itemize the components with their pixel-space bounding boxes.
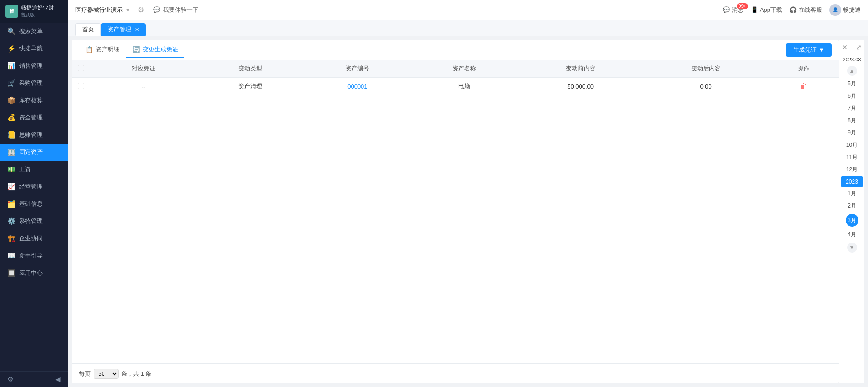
sidebar-item-fixed-assets[interactable]: 🏢 固定资产 [0,144,68,161]
building-icon: 🏢 [7,148,15,156]
tab-home[interactable]: 首页 [75,23,101,36]
message-icon: 💬 [723,6,730,13]
logo-edition: 普及版 [21,12,54,18]
sidebar-item-app-center[interactable]: 🔲 应用中心 [0,264,68,282]
sidebar-item-quick-nav[interactable]: ⚡ 快捷导航 [0,40,68,57]
logo-title: 畅捷通好业财 [21,5,54,12]
chart-icon: 📊 [7,62,15,70]
pagination: 每页 50 10 20 100 条，共 1 条 [72,363,839,383]
scroll-down-btn[interactable]: ▼ [847,243,857,253]
sidebar-item-basic-info[interactable]: 🗂️ 基础信息 [0,195,68,213]
avatar: 👤 [829,4,841,16]
delete-icon[interactable]: 🗑 [800,82,807,90]
sidebar-item-operations[interactable]: 📈 经营管理 [0,178,68,195]
month-12[interactable]: 12月 [839,164,864,176]
select-all-checkbox[interactable] [78,65,84,71]
month-4[interactable]: 4月 [839,228,864,241]
generate-voucher-button[interactable]: 生成凭证 ▼ [786,43,832,57]
sidebar-item-label: 库存核算 [19,96,43,104]
col-asset-name: 资产名称 [411,60,518,78]
month-5[interactable]: 5月 [839,78,864,90]
tab-asset-mgmt-label: 资产管理 [108,25,131,34]
settings-icon[interactable]: ⚙ [7,375,13,383]
dropdown-icon: ▼ [125,7,130,13]
cart-icon: 🛒 [7,79,15,87]
month-9[interactable]: 9月 [839,127,864,139]
month-6[interactable]: 6月 [839,90,864,102]
tab-close-icon[interactable]: ✕ [135,27,139,33]
right-panel-expand-icon[interactable]: ⤢ [856,44,862,51]
tab-asset-mgmt[interactable]: 资产管理 ✕ [101,23,146,36]
sidebar-item-label: 经营管理 [19,183,43,191]
collaborate-icon: 🏗️ [7,234,15,243]
tabbar: 首页 资产管理 ✕ [68,20,868,36]
month-3[interactable]: 3月 [846,214,858,227]
main-area: 医疗器械行业演示 ▼ ⚙ 💬 我要体验一下 💬 消息 99+ 📱 App下载 🎧… [68,0,868,387]
row-voucher: -- [90,78,197,95]
search-icon: 🔍 [7,27,15,35]
subtab-asset-detail-label: 资产明细 [96,45,119,54]
sidebar-item-label: 应用中心 [19,269,43,277]
sidebar-item-guide[interactable]: 📖 新手引导 [0,247,68,264]
sidebar-item-label: 基础信息 [19,200,43,208]
company-selector[interactable]: 医疗器械行业演示 ▼ [75,6,130,14]
month-3-wrap: 3月 [839,213,864,228]
headset-icon: 🎧 [789,6,797,13]
sidebar-item-label: 系统管理 [19,217,43,225]
sidebar-item-label: 资金管理 [19,114,43,122]
subtab-change-voucher[interactable]: 🔄 变更生成凭证 [126,42,184,58]
wage-icon: 💵 [7,165,15,174]
folder-icon: 🗂️ [7,200,15,208]
row-asset-name: 电脑 [411,78,518,95]
sidebar-item-ledger[interactable]: 📒 总账管理 [0,126,68,144]
month-10[interactable]: 10月 [839,139,864,151]
sidebar-item-enterprise[interactable]: 🏗️ 企业协同 [0,230,68,247]
col-checkbox [72,60,90,78]
row-before-change: 50,000.00 [518,78,643,95]
table-wrap: 对应凭证 变动类型 资产编号 资产名称 变动前内容 变动后内容 操作 [72,60,839,363]
table-row: -- 资产清理 000001 电脑 50,000.00 0.00 🗑 [72,78,839,95]
sidebar-item-salary[interactable]: 💵 工资 [0,161,68,178]
month-7[interactable]: 7月 [839,102,864,114]
collapse-icon[interactable]: ◀ [55,375,61,383]
scroll-up-btn[interactable]: ▲ [847,66,857,76]
row-change-type: 资产清理 [197,78,304,95]
per-page-select[interactable]: 50 10 20 100 [94,369,119,379]
sidebar-item-system[interactable]: ⚙️ 系统管理 [0,213,68,230]
month-1[interactable]: 1月 [839,188,864,200]
right-panel-close-icon[interactable]: ✕ [842,44,848,51]
month-2[interactable]: 2月 [839,200,864,212]
sidebar-item-funds[interactable]: 💰 资金管理 [0,109,68,126]
experience-btn[interactable]: 💬 我要体验一下 [153,6,198,14]
sidebar-item-label: 工资 [19,165,31,174]
sidebar-item-sales[interactable]: 📊 销售管理 [0,57,68,74]
col-voucher: 对应凭证 [90,60,197,78]
sidebar-item-inventory[interactable]: 📦 库存核算 [0,92,68,109]
row-checkbox-cell [72,78,90,95]
topbar-gear-icon[interactable]: ⚙ [138,5,144,14]
subtab-asset-detail[interactable]: 📋 资产明细 [79,42,126,58]
col-operation: 操作 [769,60,839,78]
message-btn[interactable]: 💬 消息 99+ [723,6,744,14]
user-menu-btn[interactable]: 👤 畅捷通 [829,4,861,16]
sidebar-item-label: 新手引导 [19,252,43,260]
lightning-icon: ⚡ [7,45,15,53]
month-11[interactable]: 11月 [839,151,864,164]
col-after-change: 变动后内容 [643,60,769,78]
sidebar-item-label: 搜索菜单 [19,27,43,35]
row-checkbox[interactable] [78,83,84,89]
year-2023-label[interactable]: 2023 [841,176,863,187]
online-service-btn[interactable]: 🎧 在线客服 [789,6,822,14]
sidebar: 畅 畅捷通好业财 普及版 🔍 搜索菜单 ⚡ 快捷导航 📊 销售管理 🛒 采购管理… [0,0,68,387]
app-download-btn[interactable]: 📱 App下载 [751,6,782,14]
sidebar-item-purchase[interactable]: 🛒 采购管理 [0,74,68,92]
col-asset-code: 资产编号 [304,60,411,78]
month-8[interactable]: 8月 [839,114,864,127]
row-operation: 🗑 [769,78,839,95]
app-download-label: App下载 [760,6,782,14]
experience-icon: 💬 [153,6,160,13]
row-after-change: 0.00 [643,78,769,95]
sidebar-menu: 🔍 搜索菜单 ⚡ 快捷导航 📊 销售管理 🛒 采购管理 📦 库存核算 💰 资金管… [0,23,68,371]
total-label: 条，共 1 条 [121,370,151,378]
sidebar-item-search[interactable]: 🔍 搜索菜单 [0,23,68,40]
